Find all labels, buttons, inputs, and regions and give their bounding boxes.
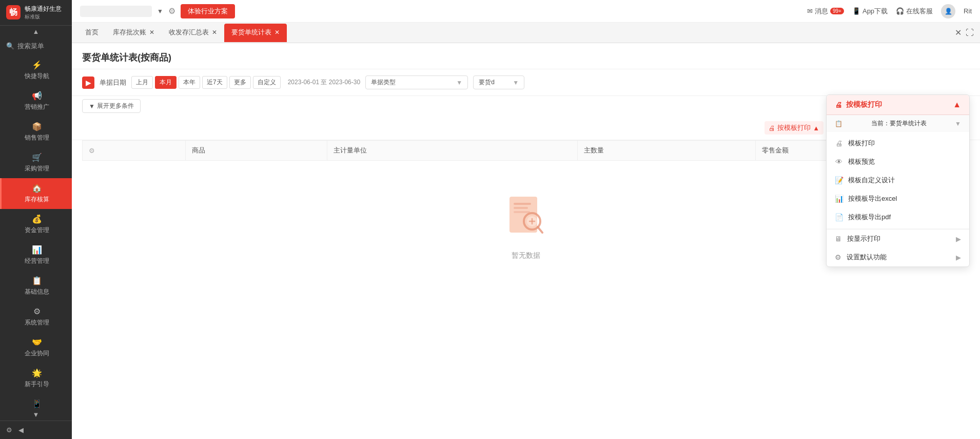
filter-btn-this-year[interactable]: 本年 (179, 76, 200, 89)
main: ▼ ⚙ 体验行业方案 ✉ 消息 99+ 📱 App下载 🎧 在线客服 👤 Rit… (72, 0, 980, 439)
filter-date-buttons: 上月 本月 本年 近7天 更多 自定义 (131, 76, 281, 89)
filter-order-type-select[interactable]: 单据类型 ▼ (365, 75, 468, 89)
item-settings-icon: ⚙ (835, 253, 841, 261)
col-settings-header[interactable]: ⚙ (83, 141, 186, 161)
sidebar-item-sales[interactable]: 📦 销售管理 (0, 117, 72, 147)
tab-inventory-batch[interactable]: 库存批次账 ✕ (106, 24, 162, 42)
basic-icon: 📋 (32, 276, 42, 285)
newbie-icon: 🌟 (32, 368, 42, 378)
message-badge: 99+ (830, 8, 844, 14)
empty-text: 暂无数据 (512, 251, 540, 260)
print-dropdown-panel: 🖨 按模板打印 ▲ 📋 当前：要货单统计表 ▼ 🖨 模板打印 👁 模板预览 (826, 94, 970, 267)
filter-toggle-btn[interactable]: ▶ (82, 77, 94, 89)
expand-icon: ▼ (89, 103, 95, 110)
message-btn[interactable]: ✉ 消息 99+ (807, 7, 844, 16)
col-settings-icon[interactable]: ⚙ (89, 147, 95, 155)
dropdown-sub-item-display-print[interactable]: 🖥 按显示打印 ▶ (827, 230, 969, 248)
filter-require-arrow: ▼ (513, 79, 519, 86)
sidebar-item-marketing[interactable]: 📢 营销推广 (0, 86, 72, 117)
sidebar-item-enterprise[interactable]: 🤝 企业协同 (0, 332, 72, 363)
footer-settings-icon[interactable]: ⚙ (6, 426, 12, 434)
online-service-btn[interactable]: 🎧 在线客服 (896, 7, 933, 16)
sidebar-scroll-down[interactable]: ▼ (0, 409, 72, 421)
sub-item-arrow-icon: ▶ (956, 235, 961, 243)
print-chevron-up-icon: ▲ (813, 124, 819, 132)
app-name: 畅康通好生意 标准版 (25, 5, 62, 20)
message-icon: ✉ (807, 7, 813, 15)
filter-btn-7days[interactable]: 近7天 (202, 76, 227, 89)
dropdown-item-custom-design[interactable]: 📝 模板自定义设计 (827, 171, 969, 189)
sidebar-scroll-up[interactable]: ▲ (0, 26, 72, 37)
sidebar-search[interactable]: 🔍 搜索菜单 (0, 37, 72, 55)
dropdown-item-export-pdf[interactable]: 📄 按模板导出pdf (827, 208, 969, 226)
filter-btn-custom[interactable]: 自定义 (253, 76, 281, 89)
tab-home[interactable]: 首页 (78, 24, 106, 42)
dropdown-item-export-excel[interactable]: 📊 按模板导出excel (827, 189, 969, 208)
sidebar-item-inventory[interactable]: 🏠 库存核算 (0, 178, 72, 209)
footer-collapse-icon[interactable]: ◀ (18, 426, 24, 434)
sidebar: 畅 畅康通好生意 标准版 ▲ 🔍 搜索菜单 ⚡ 快捷导航 📢 营销推广 📦 销售… (0, 0, 72, 439)
search-icon: 🔍 (6, 42, 14, 50)
tab-close-all-btn[interactable]: ✕ (955, 28, 962, 37)
filter-btn-last-month[interactable]: 上月 (131, 76, 153, 89)
filter-require-goods[interactable]: 要货d ▼ (473, 75, 524, 89)
quick-nav-icon: ⚡ (32, 60, 42, 70)
sidebar-item-purchase[interactable]: 🛒 采购管理 (0, 147, 72, 178)
tabs-right: ✕ ⛶ (955, 28, 974, 37)
dropdown-header: 🖨 按模板打印 ▲ (827, 95, 969, 115)
user-name: Rit (964, 7, 972, 15)
col-product: 商品 (185, 141, 327, 161)
sidebar-item-finance[interactable]: 💰 资金管理 (0, 209, 72, 240)
dropdown-current-row: 📋 当前：要货单统计表 ▼ (827, 115, 969, 132)
dropdown-close-icon[interactable]: ▲ (953, 100, 961, 109)
topbar: ▼ ⚙ 体验行业方案 ✉ 消息 99+ 📱 App下载 🎧 在线客服 👤 Rit (72, 0, 980, 23)
item-design-icon: 📝 (835, 176, 843, 184)
tab-inventory-batch-close[interactable]: ✕ (149, 29, 154, 36)
current-arrow-icon: ▼ (955, 120, 961, 127)
expand-more-btn[interactable]: ▼ 展开更多条件 (82, 99, 141, 113)
sidebar-item-appstore[interactable]: 📱 应用中心 (0, 394, 72, 409)
dropdown-item-preview[interactable]: 👁 模板预览 (827, 152, 969, 171)
dropdown-header-left: 🖨 按模板打印 (835, 100, 882, 109)
col-unit: 主计量单位 (327, 141, 577, 161)
sidebar-item-system[interactable]: ⚙ 系统管理 (0, 301, 72, 332)
sidebar-item-newbie[interactable]: 🌟 新手引导 (0, 363, 72, 394)
sales-icon: 📦 (32, 122, 42, 131)
sidebar-item-basic[interactable]: 📋 基础信息 (0, 271, 72, 301)
filter-btn-more[interactable]: 更多 (229, 76, 251, 89)
tab-receipt-summary[interactable]: 收发存汇总表 ✕ (162, 24, 224, 42)
sidebar-footer: ⚙ ◀ (0, 421, 72, 439)
sidebar-item-operations[interactable]: 📊 经营管理 (0, 240, 72, 271)
avatar[interactable]: 👤 (941, 4, 955, 18)
dropdown-item-print[interactable]: 🖨 模板打印 (827, 134, 969, 152)
svg-rect-0 (509, 197, 537, 233)
sidebar-logo: 畅 畅康通好生意 标准版 (0, 0, 72, 26)
col-quantity: 主数量 (577, 141, 755, 161)
app-logo-icon: 畅 (6, 5, 21, 20)
topbar-search-input[interactable] (80, 6, 152, 17)
topbar-right: ✉ 消息 99+ 📱 App下载 🎧 在线客服 👤 Rit (807, 4, 972, 18)
svg-rect-3 (514, 211, 530, 213)
operations-icon: 📊 (32, 245, 42, 255)
item-pdf-icon: 📄 (835, 213, 843, 221)
svg-line-6 (538, 227, 542, 233)
topbar-dropdown-btn[interactable]: ▼ (157, 8, 163, 15)
filter-select-arrow: ▼ (456, 79, 462, 86)
topbar-gear-icon[interactable]: ⚙ (168, 6, 175, 16)
finance-icon: 💰 (32, 214, 42, 224)
sidebar-item-quick-nav[interactable]: ⚡ 快捷导航 (0, 55, 72, 86)
print-btn[interactable]: 🖨 按模板打印 ▲ (765, 121, 824, 135)
enterprise-icon: 🤝 (32, 337, 42, 347)
app-download-btn[interactable]: 📱 App下载 (852, 7, 888, 16)
tab-order-stats[interactable]: 要货单统计表 ✕ (224, 24, 287, 42)
tab-order-stats-close[interactable]: ✕ (275, 29, 280, 36)
system-icon: ⚙ (33, 307, 41, 316)
tab-maximize-btn[interactable]: ⛶ (966, 28, 974, 37)
filter-bar: ▶ 单据日期 上月 本月 本年 近7天 更多 自定义 2023-06-01 至 … (72, 69, 980, 96)
item-display-print-icon: 🖥 (835, 235, 842, 243)
trial-btn[interactable]: 体验行业方案 (181, 4, 235, 18)
dropdown-sub-item-settings[interactable]: ⚙ 设置默认功能 ▶ (827, 248, 969, 266)
filter-btn-this-month[interactable]: 本月 (155, 76, 177, 89)
tab-receipt-summary-close[interactable]: ✕ (212, 29, 217, 36)
page-title: 要货单统计表(按商品) (72, 43, 980, 69)
